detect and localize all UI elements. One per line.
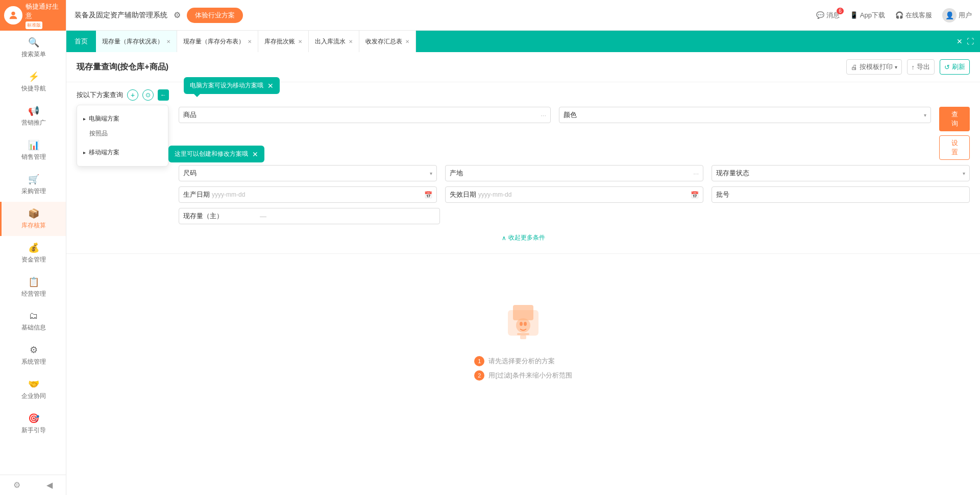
scheme-desktop-label: 电脑端方案 — [89, 114, 119, 123]
empty-illustration — [498, 295, 549, 346]
refresh-icon: ↺ — [944, 63, 950, 71]
chevron-down-icon: ▸ — [83, 116, 86, 122]
filter-header: 按以下方案查询 + ⊙ ← 电脑方案可设为移动方案哦 ✕ — [77, 89, 970, 101]
empty-state: 1 请先选择要分析的方案 2 用[过滤]条件来缩小分析范围 — [66, 254, 980, 421]
reset-button[interactable]: 设置 — [939, 135, 970, 160]
tooltip1-text: 电脑方案可设为移动方案哦 — [190, 81, 263, 90]
tab-stock-dist-label: 现存量（库存分布表） — [183, 37, 244, 46]
sidebar-collapse-btn[interactable]: ◀ — [46, 480, 53, 490]
tab-stock-dist[interactable]: 现存量（库存分布表） ✕ — [177, 31, 258, 52]
tab-stock-status[interactable]: 现存量（库存状况表） ✕ — [96, 31, 177, 52]
filter-arrow-btn[interactable]: ← — [158, 89, 169, 101]
sidebar-item-label-marketing: 营销推广 — [21, 119, 46, 127]
svg-point-4 — [520, 322, 523, 326]
refresh-button[interactable]: ↺ 刷新 — [940, 59, 970, 75]
calendar-mfg-icon[interactable]: 📅 — [424, 191, 432, 199]
field-color[interactable]: 颜色 ▾ — [559, 107, 931, 123]
sidebar-item-sales[interactable]: 📊 销售管理 — [0, 133, 66, 168]
field-stock-status-label: 现存量状态 — [716, 169, 749, 178]
tab-stock-batch-label: 库存批次账 — [264, 37, 295, 46]
calendar-exp-icon[interactable]: 📅 — [691, 191, 699, 199]
chevron-right-icon: ▸ — [83, 150, 86, 155]
step-num-2: 2 — [474, 370, 484, 381]
export-button[interactable]: ↑ 导出 — [907, 59, 935, 75]
settings-gear-icon[interactable]: ⚙ — [174, 10, 181, 20]
collapse-bar[interactable]: ∧ 收起更多条件 — [77, 229, 970, 246]
sales-icon: 📊 — [28, 139, 39, 151]
tab-bar: 首页 现存量（库存状况表） ✕ 现存量（库存分布表） ✕ 库存批次账 ✕ 出入库… — [66, 31, 980, 52]
sidebar-item-basic[interactable]: 🗂 基础信息 — [0, 304, 66, 338]
field-stock-qty-max[interactable] — [270, 213, 300, 220]
tab-stock-summary[interactable]: 收发存汇总表 ✕ — [359, 31, 416, 52]
sidebar-item-guide[interactable]: 🎯 新手引导 — [0, 407, 66, 441]
tooltip2-close-btn[interactable]: ✕ — [252, 150, 258, 158]
tab-home[interactable]: 首页 — [66, 31, 96, 52]
sidebar-item-operations[interactable]: 📋 经营管理 — [0, 270, 66, 304]
sidebar-item-inventory[interactable]: 📦 库存核算 — [0, 202, 66, 236]
tab-stock-batch[interactable]: 库存批次账 ✕ — [258, 31, 309, 52]
print-chevron-icon: ▾ — [895, 64, 897, 70]
sidebar-item-marketing[interactable]: 📢 营销推广 — [0, 99, 66, 133]
purchase-icon: 🛒 — [28, 174, 39, 185]
field-size[interactable]: 尺码 ▾ — [179, 165, 437, 181]
tooltip1-close-btn[interactable]: ✕ — [267, 82, 274, 90]
scheme-section-mobile: ▸ 移动端方案 — [77, 143, 168, 162]
collapse-up-icon: ∧ — [502, 234, 506, 242]
sidebar-item-label-sales: 销售管理 — [21, 153, 46, 161]
tooltip2-text: 这里可以创建和修改方案哦 — [175, 150, 248, 158]
system-icon: ⚙ — [30, 344, 38, 356]
message-btn[interactable]: 💬 消息 6 — [816, 11, 840, 20]
app-download-btn[interactable]: 📱 App下载 — [850, 11, 885, 20]
query-button[interactable]: 查询 — [939, 107, 970, 131]
tooltip-scheme-mobile: 电脑方案可设为移动方案哦 ✕ — [184, 77, 280, 94]
sidebar-item-finance[interactable]: 💰 资金管理 — [0, 236, 66, 270]
field-goods-more-icon[interactable]: ··· — [541, 111, 546, 119]
logo-icon — [4, 6, 22, 25]
quick-nav-icon: ⚡ — [28, 71, 39, 82]
tooltip-edit-scheme: 这里可以创建和修改方案哦 ✕ — [168, 146, 264, 162]
tab-stock-flow-close[interactable]: ✕ — [349, 39, 353, 44]
tab-stock-batch-close[interactable]: ✕ — [298, 39, 302, 44]
tab-close-all-icon[interactable]: ✕ — [957, 37, 963, 45]
logo-title: 畅捷通好生意 — [26, 2, 62, 20]
sidebar-settings-btn[interactable]: ⚙ — [13, 480, 20, 490]
svg-point-5 — [524, 322, 527, 326]
field-stock-status[interactable]: 现存量状态 ▾ — [712, 165, 970, 181]
message-icon: 💬 — [816, 11, 824, 19]
chevron-size-icon: ▾ — [430, 171, 432, 176]
online-support-btn[interactable]: 🎧 在线客服 — [895, 11, 932, 20]
guide-icon: 🎯 — [28, 413, 39, 424]
svg-rect-7 — [520, 335, 526, 339]
marketing-icon: 📢 — [28, 105, 39, 116]
header-right: 💬 消息 6 📱 App下载 🎧 在线客服 👤 用户 — [816, 8, 972, 22]
scheme-section-mobile-header[interactable]: ▸ 移动端方案 — [77, 145, 168, 160]
sidebar-item-quick-nav[interactable]: ⚡ 快捷导航 — [0, 65, 66, 99]
user-menu[interactable]: 👤 用户 — [942, 8, 972, 22]
filter-add-btn[interactable]: + — [127, 89, 138, 101]
finance-icon: 💰 — [28, 242, 39, 253]
tab-stock-summary-close[interactable]: ✕ — [405, 39, 409, 44]
tab-fullscreen-icon[interactable]: ⛶ — [967, 37, 974, 45]
field-stock-qty: 现存量（主） — — [179, 208, 440, 224]
tab-stock-dist-close[interactable]: ✕ — [248, 39, 252, 44]
empty-steps: 1 请先选择要分析的方案 2 用[过滤]条件来缩小分析范围 — [474, 356, 572, 381]
svg-rect-2 — [513, 305, 533, 320]
app-download-label: App下载 — [860, 11, 885, 20]
tab-stock-status-close[interactable]: ✕ — [166, 39, 170, 44]
trial-button[interactable]: 体验行业方案 — [187, 8, 243, 23]
scheme-item-product-label: 按照品 — [89, 130, 108, 137]
sidebar-item-system[interactable]: ⚙ 系统管理 — [0, 338, 66, 372]
sidebar-item-enterprise[interactable]: 🤝 企业协同 — [0, 372, 66, 407]
field-origin-more-icon[interactable]: ··· — [693, 170, 699, 177]
field-stock-qty-min[interactable] — [226, 213, 257, 220]
field-mfg-date-placeholder: yyyy-mm-dd — [212, 191, 422, 198]
sidebar-item-purchase[interactable]: 🛒 采购管理 — [0, 168, 66, 202]
scheme-section-desktop-header[interactable]: ▸ 电脑端方案 — [77, 111, 168, 126]
field-batch-input[interactable] — [733, 191, 965, 199]
tab-stock-flow[interactable]: 出入库流水 ✕ — [309, 31, 359, 52]
sidebar-item-label-enterprise: 企业协同 — [21, 392, 46, 400]
print-button[interactable]: 🖨 按模板打印 ▾ — [846, 59, 902, 75]
scheme-item-product[interactable]: 按照品 — [77, 126, 168, 141]
sidebar-item-search[interactable]: 🔍 搜索菜单 — [0, 31, 66, 65]
filter-copy-btn[interactable]: ⊙ — [142, 89, 154, 101]
